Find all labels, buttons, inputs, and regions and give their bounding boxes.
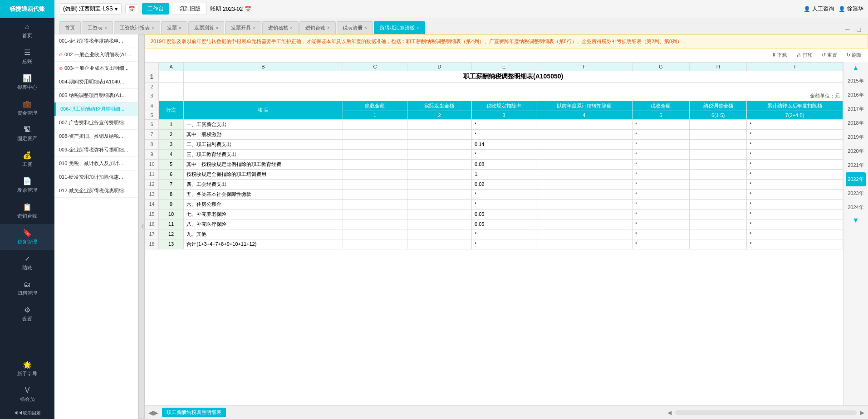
row-g[interactable]: * — [632, 239, 689, 249]
sidebar-item-guide[interactable]: 🌟 新手引导 — [0, 356, 54, 382]
year-nav-item[interactable]: 2015年 — [846, 74, 865, 88]
cancel-fixed-btn[interactable]: ◀◀取消固定 — [0, 407, 54, 419]
row-d[interactable] — [407, 199, 471, 209]
row-xuhao[interactable]: 6 — [159, 169, 184, 179]
row-e[interactable]: * — [472, 149, 536, 159]
row-h[interactable] — [690, 149, 747, 159]
row-f[interactable] — [536, 149, 633, 159]
workspace-button[interactable]: 工作台 — [142, 3, 169, 15]
left-panel-item-007[interactable]: 007-广告费和业务宣传费明细... — [54, 116, 138, 130]
row-f[interactable] — [536, 199, 633, 209]
sidebar-item-archive[interactable]: 🗂 归档管理 — [0, 276, 54, 301]
panel-collapse-button[interactable]: 《 — [138, 34, 145, 419]
row-f[interactable] — [536, 139, 633, 149]
tab-minimize-icon[interactable]: ─ — [843, 25, 853, 34]
row-f[interactable] — [536, 239, 633, 249]
year-nav-item[interactable]: 2018年 — [846, 116, 865, 130]
tab-purchase-ledger[interactable]: 进销台账 × — [299, 21, 336, 34]
row-xiangmu[interactable]: 九、其他 — [184, 229, 343, 239]
row-h[interactable] — [690, 129, 747, 139]
row-num[interactable]: 16 — [145, 219, 159, 229]
support-btn[interactable]: 👤 人工咨询 — [804, 5, 834, 13]
row-xiangmu[interactable]: 按税收规定全额扣除的职工培训费用 — [184, 169, 343, 179]
row-d[interactable] — [407, 219, 471, 229]
year-nav-item[interactable]: 2020年 — [846, 144, 865, 158]
row-f[interactable] — [536, 179, 633, 189]
row-g[interactable]: * — [632, 179, 689, 189]
row-i[interactable]: * — [747, 169, 843, 179]
company-selector[interactable]: (勿删) 江西朗宝-LSS ▾ — [59, 3, 122, 15]
row-e[interactable]: * — [472, 199, 536, 209]
refresh-button[interactable]: ↻ 刷新 — [843, 50, 864, 60]
row-e[interactable]: 1 — [472, 169, 536, 179]
row-c[interactable] — [343, 229, 407, 239]
tab-close-icon[interactable]: × — [152, 25, 154, 30]
row-h[interactable] — [690, 179, 747, 189]
row-h[interactable] — [690, 189, 747, 199]
tab-close-icon[interactable]: × — [364, 25, 367, 30]
row-num[interactable]: 8 — [145, 139, 159, 149]
row-xuhao[interactable]: 4 — [159, 149, 184, 159]
row-d[interactable] — [407, 149, 471, 159]
row-i[interactable]: * — [747, 179, 843, 189]
row-h[interactable] — [690, 169, 747, 179]
row-g[interactable]: * — [632, 119, 689, 129]
row-c[interactable] — [343, 129, 407, 139]
row-xuhao[interactable]: 10 — [159, 209, 184, 219]
row-xiangmu[interactable]: 一、工资薪金支出 — [184, 119, 343, 129]
row-i[interactable]: * — [747, 239, 843, 249]
row-c[interactable] — [343, 169, 407, 179]
left-panel-item-012[interactable]: 012-减免企业所得税优惠明细... — [54, 184, 138, 198]
tab-close-icon[interactable]: × — [104, 25, 107, 30]
row-c[interactable] — [343, 199, 407, 209]
row-g[interactable]: * — [632, 219, 689, 229]
row-g[interactable]: * — [632, 229, 689, 239]
row-num[interactable]: 11 — [145, 169, 159, 179]
row-e[interactable]: * — [472, 239, 536, 249]
row-f[interactable] — [536, 129, 633, 139]
row-num[interactable]: 7 — [145, 129, 159, 139]
row-c[interactable] — [343, 189, 407, 199]
year-nav-down[interactable]: ▼ — [850, 214, 861, 226]
tab-invoice[interactable]: 发票 × — [161, 21, 187, 34]
left-panel-item-005[interactable]: 005-纳税调整项目明细表(A1... — [54, 89, 138, 102]
row-g[interactable]: * — [632, 199, 689, 209]
row-h[interactable] — [690, 229, 747, 239]
row-i[interactable]: * — [747, 219, 843, 229]
row-e[interactable]: * — [472, 119, 536, 129]
row-num[interactable]: 15 — [145, 209, 159, 219]
sidebar-item-purchase-sales[interactable]: 📋 进销台账 — [0, 198, 54, 224]
row-f[interactable] — [536, 159, 633, 169]
horizontal-scrollbar[interactable] — [675, 410, 857, 415]
row-e[interactable]: 0.02 — [472, 179, 536, 189]
sidebar-item-ledger[interactable]: ☰ 总账 — [0, 44, 54, 69]
row-xiangmu[interactable]: 三、职工教育经费支出 — [184, 149, 343, 159]
row-xiangmu[interactable]: 六、住房公积金 — [184, 199, 343, 209]
row-i[interactable]: * — [747, 199, 843, 209]
row-g[interactable]: * — [632, 129, 689, 139]
year-nav-item[interactable]: 2016年 — [846, 88, 865, 102]
row-num[interactable]: 9 — [145, 149, 159, 159]
sidebar-item-salary[interactable]: 💰 工资 — [0, 146, 54, 172]
tab-close-icon[interactable]: × — [290, 25, 293, 30]
row-d[interactable] — [407, 189, 471, 199]
row-xiangmu[interactable]: 四、工会经费支出 — [184, 179, 343, 189]
tab-salary-report[interactable]: 工资统计报表 × — [114, 21, 160, 34]
row-e[interactable]: 0.08 — [472, 159, 536, 169]
calendar-icon-btn[interactable]: 📅 — [125, 4, 138, 14]
row-i[interactable]: * — [747, 119, 843, 129]
row-xuhao[interactable]: 13 — [159, 239, 184, 249]
row-e[interactable]: 0.14 — [472, 139, 536, 149]
row-i[interactable]: * — [747, 229, 843, 239]
row-e[interactable]: * — [472, 189, 536, 199]
row-c[interactable] — [343, 219, 407, 229]
sheet-nav-right[interactable]: ▶ — [153, 409, 158, 416]
download-button[interactable]: ⬇ 下载 — [769, 50, 790, 60]
row-h[interactable] — [690, 239, 747, 249]
tab-invoice-calc[interactable]: 发票测算 × — [188, 21, 225, 34]
left-panel-item-001[interactable]: 001-企业所得税年度纳税申... — [54, 34, 138, 48]
row-h[interactable] — [690, 219, 747, 229]
tab-salary[interactable]: 工资表 × — [82, 21, 113, 34]
row-d[interactable] — [407, 209, 471, 219]
sheet-tab[interactable]: 职工薪酬纳税调整明细表 — [162, 408, 226, 417]
